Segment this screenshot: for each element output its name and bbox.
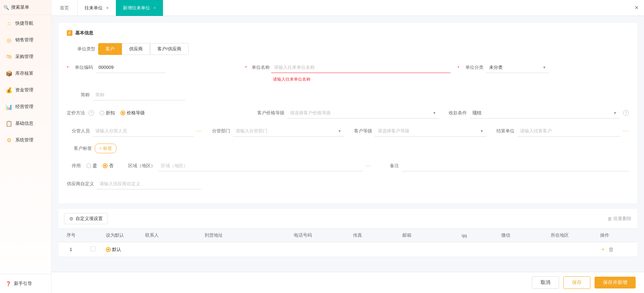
row-default-dot xyxy=(107,249,109,251)
radio-no[interactable]: 否 xyxy=(103,163,113,169)
gear-icon: ⚙ xyxy=(69,216,73,221)
supplier-custom-input[interactable] xyxy=(97,178,201,189)
add-tag-button[interactable]: + 标签 xyxy=(95,144,117,153)
col-contact: 联系人 xyxy=(142,229,202,242)
tab-new-partner[interactable]: 新增往来单位 × xyxy=(116,0,163,16)
cancel-button[interactable]: 取消 xyxy=(532,276,559,289)
department-select[interactable]: 请输入分管部门 ▼ xyxy=(233,125,345,137)
section-title: F 基本信息 xyxy=(67,30,629,36)
chevron-down-icon2: ▼ xyxy=(432,111,436,115)
tab-new-partner-close[interactable]: × xyxy=(154,6,156,10)
unit-name-input[interactable] xyxy=(271,62,450,73)
sidebar: 🔍 搜索菜单 ⌂ 快捷导航 ◎ 销售管理 🛍 采购管理 📦 库存核算 💰 资金管… xyxy=(0,0,52,293)
sidebar-item-sales[interactable]: ◎ 销售管理 xyxy=(0,32,51,48)
region-more-icon[interactable]: ··· xyxy=(366,163,371,169)
pricing-method-field: 定价方法 ? 折扣 价格等级 xyxy=(67,110,250,116)
radio-no-label: 否 xyxy=(109,163,113,169)
delete-row-icon[interactable]: 🗑 xyxy=(608,246,614,253)
remark-field: 备注 xyxy=(385,160,629,171)
disabled-label: 停用 xyxy=(67,163,81,169)
payment-terms-help[interactable]: ? xyxy=(623,110,629,116)
cell-addr xyxy=(202,242,291,257)
customer-price-level-label: 客户价格等级 xyxy=(257,110,284,116)
purchase-icon: 🛍 xyxy=(6,53,13,60)
settlement-more-icon[interactable]: ··· xyxy=(623,128,629,134)
required-star3: * xyxy=(457,65,459,70)
chevron-down-icon4: ▼ xyxy=(338,129,341,133)
cell-email xyxy=(400,242,459,257)
batch-delete-label: 批量删除 xyxy=(613,215,631,222)
region-input[interactable] xyxy=(158,160,363,171)
table-row: 1 默认 xyxy=(58,242,637,257)
tab-partner[interactable]: 往来单位 × xyxy=(78,0,116,16)
pricing-method-help[interactable]: ? xyxy=(88,110,94,116)
short-name-input[interactable] xyxy=(93,89,185,100)
sidebar-item-ops[interactable]: 📊 经营管理 xyxy=(0,98,51,115)
col-email: 邮箱 xyxy=(400,229,459,242)
radio-no-dot xyxy=(104,165,106,167)
tab-home[interactable]: 首页 xyxy=(52,0,78,16)
btn-both[interactable]: 客户/供应商 xyxy=(150,43,189,55)
col-default: 设为默认 xyxy=(103,229,143,242)
radio-price-level-circle xyxy=(120,111,125,115)
customer-price-level-field: 客户价格等级 请选择客户价格等级 ▼ xyxy=(257,107,439,119)
remark-input[interactable] xyxy=(402,160,629,171)
customer-level-placeholder: 请选择客户等级 xyxy=(378,128,479,134)
search-menu[interactable]: 🔍 搜索菜单 xyxy=(0,0,51,15)
customer-level-field: 客户等级 请选择客户等级 ▼ xyxy=(351,125,487,137)
delete-icon: 🗑 xyxy=(607,216,612,221)
row-default-radio[interactable]: 默认 xyxy=(106,246,140,253)
payment-terms-select[interactable]: 现结 ▼ xyxy=(470,107,620,119)
save-new-button[interactable]: 保存并新增 xyxy=(595,277,636,288)
custom-settings-button[interactable]: ⚙ 自定义项设置 xyxy=(64,213,108,224)
sidebar-item-inventory[interactable]: 📦 库存核算 xyxy=(0,65,51,82)
pricing-row: 定价方法 ? 折扣 价格等级 xyxy=(67,107,629,119)
custom-settings-label: 自定义项设置 xyxy=(76,215,103,222)
shortname-row: 简称 xyxy=(67,89,629,100)
sidebar-item-quick-nav[interactable]: ⌂ 快捷导航 xyxy=(0,15,51,32)
unit-category-select[interactable]: 未分类 ▼ xyxy=(486,62,549,73)
radio-yes[interactable]: 是 xyxy=(86,163,97,169)
sidebar-item-label: 快捷导航 xyxy=(15,20,33,26)
chevron-down-icon3: ▼ xyxy=(613,111,617,115)
customer-level-select[interactable]: 请选择客户等级 ▼ xyxy=(375,125,487,137)
inventory-icon: 📦 xyxy=(6,70,13,77)
manager-more-icon[interactable]: ··· xyxy=(196,128,202,134)
col-addr: 到货地址 xyxy=(202,229,291,242)
radio-price-level[interactable]: 价格等级 xyxy=(120,110,145,116)
sidebar-item-guide[interactable]: ❓ 新手引导 xyxy=(0,277,51,290)
guide-icon: ❓ xyxy=(6,281,11,286)
manager-input[interactable] xyxy=(93,125,194,137)
required-star: * xyxy=(67,65,69,70)
sidebar-item-purchase[interactable]: 🛍 采购管理 xyxy=(0,48,51,65)
tab-partner-label: 往来单位 xyxy=(85,5,103,11)
sidebar-item-basic[interactable]: 📋 基础信息 xyxy=(0,115,51,132)
sidebar-item-system[interactable]: ⚙ 系统管理 xyxy=(0,132,51,148)
window-close-icon[interactable]: × xyxy=(629,4,644,11)
chevron-down-icon5: ▼ xyxy=(480,129,484,133)
unit-code-field: * 单位编码 xyxy=(67,62,238,73)
main-area: 首页 往来单位 × 新增往来单位 × × F 基本信息 单位类型 客户 供应商 xyxy=(52,0,644,293)
required-star2: * xyxy=(245,65,247,70)
btn-supplier[interactable]: 供应商 xyxy=(122,43,150,55)
btn-customer[interactable]: 客户 xyxy=(98,43,122,55)
settlement-input[interactable] xyxy=(517,125,620,137)
batch-delete-button[interactable]: 🗑 批量删除 xyxy=(607,215,631,222)
unit-code-input[interactable] xyxy=(96,62,165,73)
sidebar-item-finance[interactable]: 💰 资金管理 xyxy=(0,82,51,98)
save-button[interactable]: 保存 xyxy=(563,276,590,289)
unit-type-label: 单位类型 xyxy=(67,46,98,52)
tab-partner-close[interactable]: × xyxy=(106,6,109,10)
customer-price-level-select[interactable]: 请选择客户价格等级 ▼ xyxy=(287,107,439,119)
settlement-field: 结算单位 ··· xyxy=(494,125,629,137)
code-name-category-row: * 单位编码 * 单位名称 请输入往来单位名称 xyxy=(67,62,629,82)
department-field: 分管部门 请输入分管部门 ▼ xyxy=(209,125,345,137)
contact-table: 序号 设为默认 联系人 到货地址 电话号码 传真 邮箱 qq 微信 所在地区 操… xyxy=(58,228,637,257)
cell-fax xyxy=(350,242,400,257)
row-checkbox[interactable] xyxy=(91,246,95,251)
col-wechat: 微信 xyxy=(498,229,548,242)
tag-row: 客户标签 + 标签 xyxy=(67,144,629,153)
radio-discount[interactable]: 折扣 xyxy=(100,110,115,116)
unit-name-field: * 单位名称 请输入往来单位名称 xyxy=(245,62,450,82)
add-row-icon[interactable]: ＋ xyxy=(600,246,606,253)
